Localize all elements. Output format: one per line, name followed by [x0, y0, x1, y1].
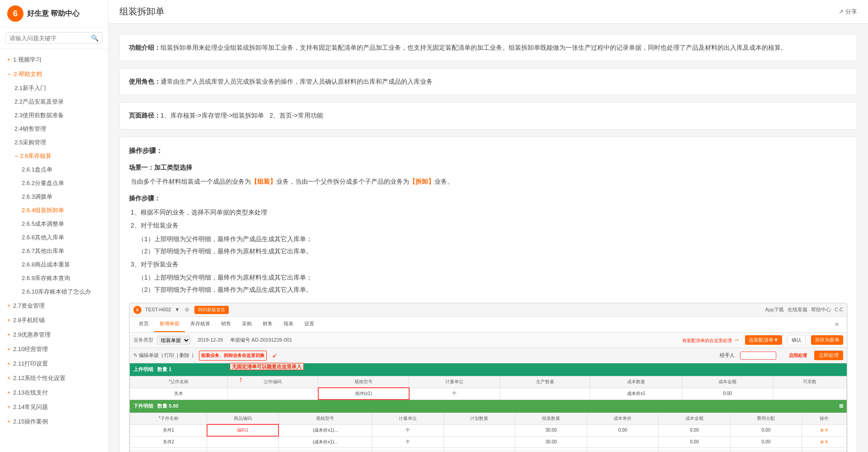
sidebar-item-print[interactable]: + 2.11打印设置 [0, 357, 108, 371]
sidebar-item-label: 1.视频学习 [13, 56, 42, 64]
app-process-btn[interactable]: 立即处理 [814, 351, 843, 360]
col-cost-amt: 成本金额 [682, 376, 773, 388]
annotation-2: 组装业务、拆卸业务在这里切换 [199, 351, 267, 361]
lower-row-3 [130, 447, 847, 451]
sidebar-item-label: 2.8手机旺铺 [13, 316, 45, 324]
sidebar-item-cases[interactable]: + 2.15操作案例 [0, 414, 108, 429]
app-select-bom-btn[interactable]: 选装配清单▼ [745, 335, 782, 345]
sidebar-item-label: 2.15操作案例 [13, 418, 48, 426]
share-icon: ↗ [839, 8, 844, 15]
cell-avail-stock [773, 388, 847, 400]
app-nav-home[interactable]: 首页 [133, 317, 154, 332]
expand-icon: + [7, 404, 10, 410]
sidebar-item-coupon[interactable]: + 2.9优惠券管理 [0, 328, 108, 342]
sidebar-item-ops[interactable]: + 2.10经营管理 [0, 342, 108, 357]
app-lower-header: 下件明细 数量 5.00 ⊞ [130, 400, 847, 413]
app-save-as-btn[interactable]: 另存为新单 [811, 335, 843, 345]
collapse-icon: − [7, 71, 11, 78]
lower-row-1: 关件1 编码1 (成本价x1)... 个 30.00 0.00 0.00 0. [130, 424, 847, 436]
sidebar-item-stocktake[interactable]: 2.6.1盘点单 [0, 163, 108, 176]
app-company: TEST-H002 [145, 305, 171, 314]
expand-icon: + [7, 390, 10, 396]
app-doc-type-select[interactable]: 组装单据 拆卸单据 [157, 336, 190, 345]
search-wrap[interactable]: 🔍 [5, 32, 103, 44]
app-new-record-btn[interactable]: 同到新版首页 [194, 306, 229, 314]
sidebar-item-label: 2.14常见问题 [13, 403, 48, 411]
sidebar-item-docs[interactable]: − 2.帮助文档 [0, 67, 108, 81]
app-nav-report[interactable]: 报表 [278, 317, 299, 332]
app-nav-purchase[interactable]: 采购 [236, 317, 257, 332]
col-cost-qty: 成本数量 [590, 376, 682, 388]
sidebar-item-split-stock[interactable]: 2.6.2分量盘点单 [0, 176, 108, 190]
cell-spec-highlight: 组件(x1) [318, 388, 409, 400]
sidebar-item-install[interactable]: 2.2产品安装及登录 [0, 95, 108, 109]
lcell-code-2 [207, 436, 279, 447]
sidebar-item-other-in[interactable]: 2.6.6其他入库单 [0, 231, 108, 244]
app-owner-input[interactable] [740, 352, 776, 360]
sidebar-item-inventory[interactable]: − 2.6库存核算 [0, 149, 108, 163]
expand-icon: + [7, 332, 10, 338]
app-confirm-btn[interactable]: 确认 [788, 335, 806, 345]
sidebar-item-account-err[interactable]: 2.6.10库存账本错了怎么办 [0, 285, 108, 299]
operations-title: 操作步骤： [129, 144, 848, 157]
docs-submenu: 2.1新手入门 2.2产品安装及登录 2.3使用前数据准备 2.4销售管理 2.… [0, 81, 108, 299]
lcell-plan-1 [443, 424, 515, 436]
lcell-ops-1[interactable]: ⊕ ✕ [802, 424, 847, 436]
app-nav-finance[interactable]: 财务 [257, 317, 278, 332]
lcol-cost-price: 成本单价 [587, 413, 659, 425]
lcol-unit: 计量单位 [372, 413, 444, 425]
sidebar-item-mobile[interactable]: + 2.8手机旺铺 [0, 313, 108, 328]
sidebar-item-personalize[interactable]: + 2.12系统个性化设置 [0, 371, 108, 385]
app-nav-sales[interactable]: 销售 [216, 317, 236, 332]
app-top-icons: App下载 在线客服 帮助中心 C.C [765, 305, 843, 314]
app-upper-table: *父件名称 父件编码 规格型号 计量单位 生产数量 成本数量 成本金额 可库数 [130, 376, 847, 400]
sidebar-item-online-pay[interactable]: + 2.13在线支付 [0, 385, 108, 400]
sidebar-item-other-out[interactable]: 2.6.7其他出库单 [0, 244, 108, 258]
cell-parent-code [227, 388, 318, 400]
sidebar-item-videos[interactable]: + 1.视频学习 [0, 52, 108, 67]
app-close-icon[interactable]: ✕ [830, 317, 843, 332]
lcell-code-1: 编码1 [207, 424, 279, 436]
annotation-area-1: 有装配清单的在这里处理 → [682, 334, 740, 346]
step-1: 1、根据不同的业务，选择不同单据的类型来处理 [129, 207, 848, 218]
sidebar-item-assembly[interactable]: 2.6.4组装拆卸单 [0, 204, 108, 217]
screenshot-wrapper: 6 TEST-H002 ▼ ⊙ 同到新版首页 App下载 在线客服 帮助中心 C… [129, 303, 847, 452]
annotation-3: 启用处理 [789, 353, 807, 358]
lcell-ops-2[interactable]: ⊕ ✕ [802, 436, 847, 447]
sidebar-item-adjust[interactable]: 2.6.3调拨单 [0, 190, 108, 204]
sidebar-item-account-query[interactable]: 2.6.9库存账本查询 [0, 271, 108, 285]
app-nav-settings[interactable]: 设置 [299, 317, 320, 332]
sidebar-item-new-hand[interactable]: 2.1新手入门 [0, 81, 108, 95]
step-2-2: （2）下部明细为子件明细，最终作为原材料生成其它出库单。 [129, 246, 848, 257]
scenario1-desc: 当由多个子件材料组装成一个成品的业务为【组装】业务，当由一个父件拆分成多个子产品… [129, 176, 848, 187]
sidebar-item-faq[interactable]: + 2.14常见问题 [0, 400, 108, 414]
sidebar-item-data-prep[interactable]: 2.3使用前数据准备 [0, 109, 108, 122]
step-3-1: （1）上部明细为父件明细，最终作为原材料生成其它出库单； [129, 272, 848, 283]
intro-section: 功能介绍：组装拆卸单用来处理企业组装或拆卸等加工业务，支持有固定装配清单的产品加… [119, 34, 857, 61]
expand-icon: + [7, 303, 10, 309]
lcell-amt-2: 0.00 [659, 436, 731, 447]
lower-row-2: 关件2 (成本价x1)... 个 30.00 0.00 0.00 [130, 436, 847, 447]
lcell-price-2 [587, 436, 659, 447]
sidebar-item-cost-recalc[interactable]: 2.6.8商品成本重算 [0, 258, 108, 271]
sidebar-item-label: 2.帮助文档 [14, 70, 42, 78]
role-text: 使用角色：通常由生产人员或库管人员完成拆装业务的操作，库管人员确认原材料的出库和… [129, 78, 433, 85]
scenario1-title: 场景一：加工类型选择 [129, 162, 848, 173]
expand-icon: + [7, 57, 10, 63]
share-button[interactable]: ↗ 分享 [839, 8, 857, 16]
sidebar-item-finance[interactable]: + 2.7资金管理 [0, 299, 108, 313]
app-nav-inventory[interactable]: 库存核算 [185, 317, 216, 332]
page-title: 组装拆卸单 [119, 5, 165, 18]
lcell-name-1: 关件1 [130, 424, 207, 436]
sidebar-item-sales[interactable]: 2.4销售管理 [0, 122, 108, 136]
app-upper-header: 上件明细 数量 1 [130, 363, 847, 376]
sidebar-item-purchase[interactable]: 2.5采购管理 [0, 136, 108, 149]
annotation-1: 有装配清单的在这里处理 [682, 338, 732, 343]
app-nav-new-order[interactable]: 新增单据 [154, 317, 185, 332]
sidebar-item-cost-adjust[interactable]: 2.6.5成本调整单 [0, 217, 108, 231]
logo-icon: 6 [7, 5, 24, 22]
search-input[interactable] [9, 35, 91, 42]
logo-text: 好生意 帮助中心 [27, 9, 80, 19]
search-box: 🔍 [0, 28, 108, 49]
app-logo-icon: 6 [133, 306, 142, 314]
